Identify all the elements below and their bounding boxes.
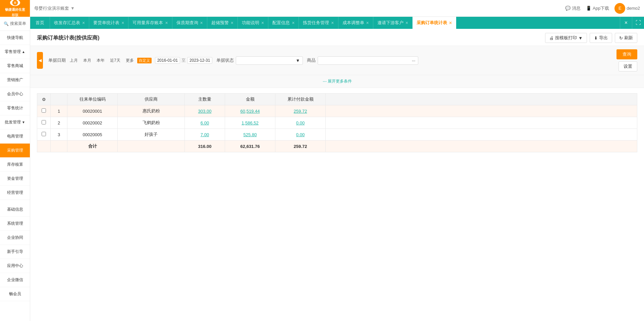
row-code: 00020005 bbox=[67, 129, 118, 141]
sidebar-item-ecommerce-mgmt[interactable]: 电商管理 bbox=[0, 129, 30, 144]
row-qty[interactable]: 303.00 bbox=[185, 105, 225, 117]
close-tab-function-desc[interactable]: × bbox=[261, 20, 264, 25]
message-button[interactable]: 💬 消息 bbox=[565, 5, 581, 11]
close-tab-invite-customer[interactable]: × bbox=[406, 20, 408, 25]
expand-label: 展开更多条件 bbox=[328, 78, 352, 84]
shortcut-this-year[interactable]: 本年 bbox=[95, 57, 107, 64]
settings-button[interactable]: 设置 bbox=[619, 61, 637, 71]
row-paid[interactable]: 0.00 bbox=[275, 129, 326, 141]
close-tab-cost-adjust[interactable]: × bbox=[366, 20, 369, 25]
date-shortcuts: 上月 本月 本年 近7天 更多 自定义 bbox=[68, 57, 152, 64]
row-qty[interactable]: 7.00 bbox=[185, 129, 225, 141]
sidebar-item-new-guide[interactable]: 新手引导 bbox=[0, 245, 30, 259]
close-tab-pick-task[interactable]: × bbox=[331, 20, 334, 25]
sidebar-item-marketing[interactable]: 营销推广 bbox=[0, 73, 30, 87]
close-all-tabs-button[interactable]: × bbox=[620, 17, 632, 29]
close-tab-purchase-summary[interactable]: × bbox=[449, 20, 452, 25]
export-button[interactable]: ⬇ 导出 bbox=[590, 33, 612, 43]
query-button[interactable]: 查询 bbox=[616, 49, 637, 59]
shortcut-this-month[interactable]: 本月 bbox=[81, 57, 93, 64]
goods-select[interactable]: ··· bbox=[318, 56, 418, 65]
tab-pick-task[interactable]: 拣货任务管理 × bbox=[299, 17, 338, 29]
shortcut-more[interactable]: 更多 bbox=[124, 57, 136, 64]
sidebar-item-enterprise-collab[interactable]: 企业协同 bbox=[0, 231, 30, 245]
status-select[interactable]: ▼ bbox=[236, 56, 303, 65]
tab-invite-customer[interactable]: 邀请下游客户 × bbox=[373, 17, 413, 29]
sidebar-item-enterprise-wechat[interactable]: 企业微信 bbox=[0, 273, 30, 287]
sidebar-item-finance-mgmt[interactable]: 资金管理 bbox=[0, 172, 30, 186]
sidebar-item-ops-mgmt[interactable]: 经营管理 bbox=[0, 186, 30, 200]
tab-available-stock[interactable]: 可用量库存账本 × bbox=[128, 17, 172, 29]
sidebar-item-basic-info[interactable]: 基础信息 bbox=[0, 203, 30, 217]
sidebar-item-wholesale-mgmt[interactable]: 批发管理 ▼ bbox=[0, 115, 30, 129]
row-checkbox[interactable] bbox=[37, 117, 51, 129]
sidebar-item-retail-mgmt[interactable]: 零售管理 ▲ bbox=[0, 45, 30, 59]
close-tab-order-summary[interactable]: × bbox=[121, 20, 124, 25]
row-paid[interactable]: 0.00 bbox=[275, 117, 326, 129]
sidebar-item-system-mgmt[interactable]: 系统管理 bbox=[0, 217, 30, 231]
row-checkbox[interactable] bbox=[37, 105, 51, 117]
refresh-button[interactable]: ↻ 刷新 bbox=[615, 33, 637, 43]
avatar-initials: E bbox=[619, 6, 622, 11]
search-menu-button[interactable]: 🔍 搜索菜单 bbox=[2, 19, 28, 28]
footer-empty-4 bbox=[326, 141, 637, 152]
tab-cost-adjust[interactable]: 成本调整单 × bbox=[338, 17, 373, 29]
goods-filter: 商品 ··· bbox=[307, 56, 418, 65]
member-label: 畅会员 bbox=[9, 291, 21, 297]
data-table: ⚙ 往来单位编码 供应商 主数量 金额 累计付款金额 bbox=[37, 93, 637, 152]
close-tab-overstock-alert[interactable]: × bbox=[231, 20, 233, 25]
row-amount[interactable]: 60,519.44 bbox=[225, 105, 275, 117]
tab-expiry-query-label: 保质期查询 bbox=[176, 20, 198, 26]
shortcut-last-month[interactable]: 上月 bbox=[68, 57, 80, 64]
tab-overstock-alert-label: 超储预警 bbox=[211, 20, 229, 26]
sidebar-item-retail-mall[interactable]: 零售商城 bbox=[0, 59, 30, 73]
sidebar-item-app-center[interactable]: 应用中心 bbox=[0, 259, 30, 273]
close-tab-config-info[interactable]: × bbox=[292, 20, 294, 25]
row-select-checkbox[interactable] bbox=[42, 132, 46, 136]
date-to[interactable]: 2023-12-31 bbox=[187, 57, 212, 64]
row-qty[interactable]: 6.00 bbox=[185, 117, 225, 129]
settings-gear-icon[interactable]: ⚙ bbox=[42, 97, 46, 102]
tab-config-info[interactable]: 配置信息 × bbox=[268, 17, 299, 29]
row-checkbox[interactable] bbox=[37, 129, 51, 141]
app-center-label: 应用中心 bbox=[7, 263, 23, 269]
close-tab-expiry-query[interactable]: × bbox=[200, 20, 203, 25]
close-tab-receive-summary[interactable]: × bbox=[82, 20, 85, 25]
sidebar-item-purchase-mgmt[interactable]: 采购管理 bbox=[0, 144, 30, 158]
maximize-button[interactable]: ⛶ bbox=[632, 17, 644, 29]
expand-more-button[interactable]: ⋯ 展开更多条件 bbox=[323, 76, 352, 86]
export-label: 导出 bbox=[599, 35, 608, 41]
sidebar-item-member-center[interactable]: 会员中心 bbox=[0, 87, 30, 101]
filter-collapse-button[interactable]: ◀ bbox=[37, 52, 43, 69]
search-icon: 🔍 bbox=[4, 21, 9, 26]
tab-receive-summary[interactable]: 收发存汇总表 × bbox=[50, 17, 89, 29]
shortcut-7days[interactable]: 近7天 bbox=[108, 57, 122, 64]
tab-purchase-summary[interactable]: 采购订单统计表 × bbox=[413, 17, 456, 29]
tab-home[interactable]: 首页 bbox=[30, 17, 50, 29]
sidebar-item-retail-stats[interactable]: 零售统计 bbox=[0, 101, 30, 115]
col-header-settings[interactable]: ⚙ bbox=[37, 94, 51, 105]
row-num: 2 bbox=[51, 117, 67, 129]
maximize-icon: ⛶ bbox=[636, 20, 641, 26]
tabbar: 首页 收发存汇总表 × 要货单统计表 × 可用量库存账本 × 保质期查询 × 超… bbox=[30, 17, 644, 29]
template-print-button[interactable]: 🖨 按模板打印 ▼ bbox=[545, 33, 587, 43]
row-amount[interactable]: 525.80 bbox=[225, 129, 275, 141]
row-num: 3 bbox=[51, 129, 67, 141]
row-select-checkbox[interactable] bbox=[42, 120, 46, 124]
dropdown-icon[interactable]: ▼ bbox=[70, 6, 75, 11]
tab-overstock-alert[interactable]: 超储预警 × bbox=[207, 17, 238, 29]
row-amount[interactable]: 1,586.52 bbox=[225, 117, 275, 129]
row-select-checkbox[interactable] bbox=[42, 108, 46, 113]
close-tab-available-stock[interactable]: × bbox=[165, 20, 168, 25]
app-download-button[interactable]: 📱 App下载 bbox=[586, 5, 609, 11]
date-from[interactable]: 2016-01-01 bbox=[155, 57, 180, 64]
tab-order-summary[interactable]: 要货单统计表 × bbox=[89, 17, 128, 29]
user-profile[interactable]: E demo2 bbox=[614, 3, 640, 14]
search-menu-section[interactable]: 🔍 搜索菜单 bbox=[0, 17, 30, 31]
sidebar-item-stock-check[interactable]: 库存核算 bbox=[0, 158, 30, 172]
sidebar-item-member[interactable]: 畅会员 bbox=[0, 287, 30, 301]
sidebar-item-quick-nav[interactable]: 快捷导航 bbox=[0, 31, 30, 45]
tab-expiry-query[interactable]: 保质期查询 × bbox=[172, 17, 207, 29]
row-paid[interactable]: 259.72 bbox=[275, 105, 326, 117]
tab-function-desc[interactable]: 功能说明 × bbox=[238, 17, 268, 29]
